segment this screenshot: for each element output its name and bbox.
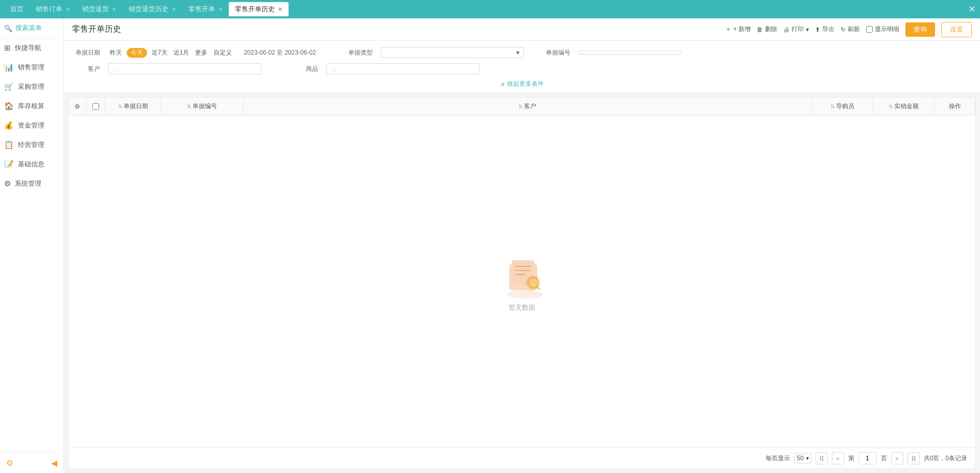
display-detail-checkbox[interactable]: 显示明细 [866,25,899,34]
select-all-checkbox[interactable] [92,103,99,110]
tab-sales-return-close[interactable]: ✕ [112,6,116,13]
sidebar-item-system[interactable]: ⚙ 系统管理 [0,174,63,193]
table-header: ⚙ ⇅ 单据日期 ⇅ 单据编号 ⇅ 客户 ⇅ 导购员 [68,97,975,116]
sort-icon-guide: ⇅ [830,104,834,109]
tab-sales-order-close[interactable]: ✕ [65,6,70,13]
tab-retail-history-close[interactable]: ✕ [278,6,282,13]
filter-row-2: 客户 ... 商品 ... [72,63,972,74]
print-icon: 🖨 [783,26,790,33]
display-detail-label: 显示明细 [875,25,899,34]
sidebar-item-label-purchase: 采购管理 [18,82,44,91]
tab-retail-open[interactable]: 零售开单 ✕ [182,2,229,16]
footer-collapse-icon[interactable]: ◀ [51,458,57,468]
tab-sales-order-label: 销售订单 [36,5,62,14]
tab-sales-return-history[interactable]: 销货退货历史 ✕ [123,2,182,16]
sidebar-item-purchase[interactable]: 🛒 采购管理 [0,77,63,96]
date-opt-1month[interactable]: 近1月 [172,48,191,58]
tab-home[interactable]: 首页 [4,2,30,16]
tab-retail-open-label: 零售开单 [188,5,215,14]
customer-input[interactable]: ... [108,63,261,74]
th-operation-label: 操作 [949,102,961,111]
bill-type-label: 单据类型 [345,48,373,57]
sidebar-footer: ⚙ ◀ [0,453,63,473]
th-billno[interactable]: ⇅ 单据编号 [161,97,243,115]
empty-illustration [499,251,545,297]
customer-placeholder: ... [113,65,118,72]
sort-icon: ⇅ [118,104,122,109]
sidebar-item-inventory[interactable]: 🏠 库存核算 [0,96,63,116]
settings-button[interactable]: 设置 [941,22,972,37]
export-button[interactable]: ⬆ 导出 [815,25,834,34]
sidebar-item-sales[interactable]: 📊 销售管理 [0,58,63,77]
print-button[interactable]: 🖨 打印 ▾ [783,25,809,34]
query-button[interactable]: 查询 [905,22,935,37]
th-customer[interactable]: ⇅ 客户 [243,97,812,115]
window-close-btn[interactable]: ✕ [968,4,976,15]
th-setting[interactable]: ⚙ [68,97,87,115]
delete-icon: 🗑 [757,26,763,33]
tab-retail-history[interactable]: 零售开单历史 ✕ [229,2,289,16]
sidebar-item-base[interactable]: 📝 基础信息 [0,155,63,174]
per-page-value: 50 [797,455,803,462]
add-label: + 新增 [733,25,751,34]
tab-sales-return-history-label: 销货退货历史 [129,5,169,14]
quick-nav-icon: ⊞ [4,43,11,53]
tab-sales-return[interactable]: 销货退货 ✕ [76,2,123,16]
main-layout: 🔍 搜索菜单 ⊞ 快捷导航 📊 销售管理 🛒 采购管理 🏠 库存核算 💰 资金管… [0,18,980,473]
header-actions: ＋ + 新增 🗑 删除 🖨 打印 ▾ ⬆ 导出 ↻ [725,22,972,37]
goods-input[interactable]: ... [326,63,480,74]
sidebar-item-operation[interactable]: 📋 经营管理 [0,135,63,155]
th-guide-label: 导购员 [836,102,854,111]
goods-placeholder: ... [331,65,336,72]
sidebar-item-label-finance: 资金管理 [18,121,44,130]
sidebar-item-label-inventory: 库存核算 [18,102,44,111]
next-page-btn[interactable]: ＞ [891,452,903,464]
th-billno-label: 单据编号 [193,102,217,111]
add-button[interactable]: ＋ + 新增 [725,25,751,34]
refresh-button[interactable]: ↻ 刷新 [841,25,860,34]
empty-state: 暂无数据 [68,116,975,447]
sidebar-search[interactable]: 🔍 搜索菜单 [0,18,63,38]
sort-icon-billno: ⇅ [187,104,191,109]
purchase-icon: 🛒 [4,82,14,91]
first-page-btn[interactable]: ⟨⟨ [816,452,828,464]
th-guide[interactable]: ⇅ 导购员 [812,97,873,115]
tab-retail-open-close[interactable]: ✕ [218,6,223,13]
th-checkbox[interactable] [87,97,105,115]
collapse-label: 收起更多条件 [507,80,544,88]
empty-text: 暂无数据 [509,303,535,312]
date-opt-7days[interactable]: 近7天 [150,48,169,58]
sidebar-item-quick-nav[interactable]: ⊞ 快捷导航 [0,38,63,58]
total-info: 共0页，0条记录 [924,454,967,463]
last-page-btn[interactable]: ⟩⟩ [907,452,920,464]
bill-type-select[interactable]: ▾ [381,47,524,58]
tab-sales-order[interactable]: 销售订单 ✕ [30,2,76,16]
sidebar-item-finance[interactable]: 💰 资金管理 [0,116,63,135]
page-title: 零售开单历史 [72,24,121,35]
page-number-input[interactable] [858,452,877,464]
bill-type-chevron-icon: ▾ [516,49,519,56]
prev-page-btn[interactable]: ＜ [832,452,844,464]
display-detail-input[interactable] [866,26,873,33]
date-opt-more[interactable]: 更多 [194,48,209,58]
tab-retail-history-label: 零售开单历史 [235,5,275,14]
sort-icon-customer: ⇅ [518,104,522,109]
tab-sales-return-history-close[interactable]: ✕ [172,6,176,13]
th-amount[interactable]: ⇅ 实销金额 [873,97,935,115]
th-date[interactable]: ⇅ 单据日期 [105,97,161,115]
bill-no-input[interactable] [579,51,681,55]
sales-icon: 📊 [4,63,14,72]
delete-button[interactable]: 🗑 删除 [757,25,777,34]
filter-row-1: 单据日期 昨天 今天 近7天 近1月 更多 自定义 2023-06-02 至 2… [72,47,972,58]
th-operation: 操作 [935,97,975,115]
date-opt-custom[interactable]: 自定义 [212,48,233,58]
date-opt-today[interactable]: 今天 [127,48,147,58]
collapse-more-conditions[interactable]: ∧ 收起更多条件 [500,80,544,88]
date-opt-yesterday[interactable]: 昨天 [108,48,124,58]
page-suffix: 页 [881,454,887,463]
footer-gear-icon[interactable]: ⚙ [6,458,13,468]
th-amount-label: 实销金额 [894,102,919,111]
base-icon: 📝 [4,160,14,169]
per-page-select[interactable]: 50 ▾ [794,453,811,463]
page-label: 第 [848,454,854,463]
